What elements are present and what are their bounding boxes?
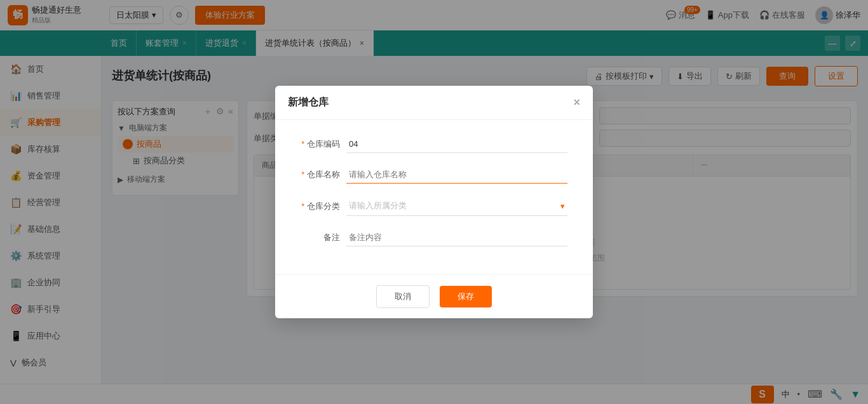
warehouse-category-placeholder: 请输入所属分类 bbox=[349, 200, 407, 212]
modal-title: 新增仓库 bbox=[288, 96, 329, 109]
dropdown-icon: ▾ bbox=[560, 201, 565, 211]
warehouse-code-input[interactable] bbox=[346, 135, 567, 153]
new-warehouse-modal: 新增仓库 × 仓库编码 仓库名称 仓库分类 请输入所属分类 ▾ bbox=[275, 86, 593, 318]
modal-field-category: 仓库分类 请输入所属分类 ▾ bbox=[301, 196, 567, 216]
modal-footer: 取消 保存 bbox=[275, 274, 593, 318]
cancel-button[interactable]: 取消 bbox=[376, 285, 430, 308]
save-button[interactable]: 保存 bbox=[440, 286, 492, 307]
modal-field-code: 仓库编码 bbox=[301, 135, 567, 153]
modal-field-name: 仓库名称 bbox=[301, 166, 567, 184]
modal-close-button[interactable]: × bbox=[573, 96, 580, 109]
warehouse-category-select[interactable]: 请输入所属分类 ▾ bbox=[346, 196, 567, 216]
modal-overlay: 新增仓库 × 仓库编码 仓库名称 仓库分类 请输入所属分类 ▾ bbox=[0, 0, 868, 404]
modal-body: 仓库编码 仓库名称 仓库分类 请输入所属分类 ▾ 备注 bbox=[275, 120, 593, 274]
warehouse-code-label: 仓库编码 bbox=[301, 138, 346, 150]
modal-header: 新增仓库 × bbox=[275, 86, 593, 120]
warehouse-category-label: 仓库分类 bbox=[301, 201, 346, 212]
warehouse-name-label: 仓库名称 bbox=[301, 169, 346, 180]
modal-field-remark: 备注 bbox=[301, 229, 567, 246]
remark-label: 备注 bbox=[301, 232, 346, 243]
remark-input[interactable] bbox=[346, 229, 567, 246]
warehouse-name-input[interactable] bbox=[346, 166, 567, 184]
